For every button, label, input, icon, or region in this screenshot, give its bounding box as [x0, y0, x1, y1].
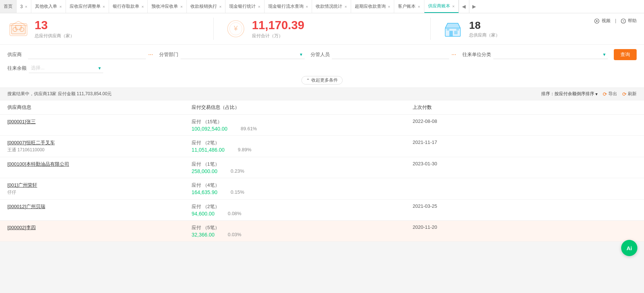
stat-label-amount: 应付合计（万）: [252, 33, 304, 39]
balance-chevron-icon: ▾: [98, 65, 101, 71]
nav-tab-3-label: 3: [20, 4, 23, 9]
stat-label-suppliers: 总应付供应商（家）: [35, 33, 74, 39]
divider-link: ｜: [613, 18, 618, 24]
supplier-link[interactable]: [000100]本特勤油品有限公司: [7, 161, 69, 167]
supplier-cell: [000002]李四: [7, 224, 192, 231]
payable-count: 应付 （5笔）: [192, 224, 220, 231]
stat-number-suppliers: 13: [35, 18, 74, 32]
supplier-dots-icon[interactable]: ···: [148, 51, 153, 58]
stat-text-amount: 11,170.39 应付合计（万）: [252, 18, 304, 39]
payable-count: 应付 （15笔）: [192, 118, 222, 125]
search-field-dept: 分管部门 ▾: [159, 50, 305, 59]
search-row-2: 往来余额 选择... ▾: [7, 63, 637, 73]
nav-tab-bank-deposit[interactable]: 银行存取款单 ×: [109, 0, 148, 13]
dept-chevron-icon: ▾: [300, 52, 302, 57]
stat-number-total: 18: [469, 20, 500, 31]
table-body: [000001]张三 应付 （15笔） 100,092,540.00 89.61…: [0, 115, 644, 242]
payable-amount: 164,635.90: [192, 189, 217, 195]
supplier-link[interactable]: [000001]张三: [7, 119, 36, 124]
svg-text:¥: ¥: [233, 24, 238, 32]
svg-rect-10: [454, 31, 458, 34]
nav-tab-prepay-ar-label: 预收冲应收单: [151, 3, 178, 10]
last-pay: 2020-11-20: [413, 224, 637, 230]
nav-tab-receipt-stat[interactable]: 收款情况统计 ×: [312, 0, 351, 13]
nav-tab-receipt-exec-close[interactable]: ×: [219, 4, 221, 9]
dept-select[interactable]: ▾: [181, 50, 305, 59]
nav-tab-receipt-exec[interactable]: 收款核销执行 ×: [187, 0, 225, 13]
nav-tab-receipt-stat-close[interactable]: ×: [344, 4, 347, 9]
search-area: 供应商 ··· 分管部门 ▾ 分管人员 ··· 往来单位分类 ▾ 查询: [0, 45, 644, 88]
nav-tab-bank-deposit-label: 银行存取款单: [113, 3, 139, 10]
nav-tab-cash-bank-flow-close[interactable]: ×: [306, 4, 308, 9]
dept-label: 分管部门: [159, 51, 178, 58]
nav-tab-other-income[interactable]: 其他收入单 ×: [31, 0, 66, 13]
nav-tab-home-label: 首页: [4, 3, 13, 10]
table-area: 供应商信息 应付交易信息（占比） 上次付数 [000001]张三 应付 （15笔…: [0, 100, 644, 242]
query-button[interactable]: 查询: [614, 49, 637, 60]
supplier-link[interactable]: [000012]广州贝瑞: [7, 204, 45, 209]
nav-tab-overdue-ar-close[interactable]: ×: [388, 4, 390, 9]
nav-arrow-right[interactable]: ▶: [469, 0, 479, 13]
nav-tab-supplier-book-close[interactable]: ×: [452, 4, 455, 8]
nav-tab-cash-bank-stat[interactable]: 现金银行统计 ×: [225, 0, 264, 13]
stat-label-total: 总供应商（家）: [469, 32, 500, 38]
video-link[interactable]: 视频: [594, 18, 610, 24]
category-select[interactable]: ▾: [493, 50, 608, 59]
nav-tab-supplier-book-label: 供应商账本: [428, 3, 450, 9]
collapse-button[interactable]: ⌃ 收起更多条件: [301, 76, 343, 85]
export-button[interactable]: ⟳ 导出: [603, 91, 617, 97]
nav-tab-customer-book-close[interactable]: ×: [418, 4, 420, 9]
sort-label: 排序：按应付余额倒序排序: [541, 91, 594, 97]
person-dots-icon[interactable]: ···: [451, 51, 456, 58]
header-links: 视频 ｜ ? 帮助: [594, 18, 637, 24]
result-summary: 搜索结果中，供应商13家 应付金额 111,703,854.00元: [7, 91, 112, 97]
nav-tab-prepay-ar[interactable]: 预收冲应收单 ×: [148, 0, 186, 13]
payable-pct: 89.61%: [241, 126, 257, 131]
nav-tab-cash-bank-flow[interactable]: 现金银行流水查询 ×: [265, 0, 312, 13]
nav-tab-cash-bank-stat-close[interactable]: ×: [258, 4, 260, 9]
refresh-button[interactable]: ⟳ 刷新: [622, 91, 637, 97]
payable-row: 164,635.90 0.15%: [192, 189, 244, 195]
payable-count: 应付 （4笔）: [192, 182, 220, 189]
table-row: [000012]广州贝瑞 应付 （2笔） 94,600.00 0.08% 202…: [0, 200, 644, 221]
nav-arrow-left[interactable]: ◀: [459, 0, 469, 13]
nav-tab-ar-ap-adjust[interactable]: 应收应付调整单 ×: [66, 0, 109, 13]
nav-tab-other-income-close[interactable]: ×: [59, 4, 62, 9]
search-field-person: 分管人员 ···: [311, 50, 456, 59]
help-link[interactable]: ? 帮助: [621, 18, 637, 24]
collapse-chevron-icon: ⌃: [306, 78, 310, 83]
supplier-link[interactable]: [001]广州荣轩: [7, 182, 37, 188]
nav-tab-3-close[interactable]: ×: [25, 4, 27, 9]
balance-select[interactable]: 选择... ▾: [29, 63, 103, 73]
payable-pct: 0.15%: [231, 189, 244, 195]
nav-tab-overdue-ar[interactable]: 超期应收款查询 ×: [351, 0, 394, 13]
payable-cell: 应付 （2笔） 94,600.00 0.08%: [192, 203, 413, 217]
nav-tab-other-income-label: 其他收入单: [35, 3, 57, 10]
last-pay: 2022-08-08: [413, 118, 637, 124]
nav-tab-3[interactable]: 3 ×: [17, 0, 31, 13]
nav-tab-ar-ap-adjust-close[interactable]: ×: [103, 4, 105, 9]
search-field-balance: 往来余额 选择... ▾: [7, 63, 103, 73]
sort-button[interactable]: 排序：按应付余额倒序排序 ▾: [541, 91, 598, 97]
collapse-row: ⌃ 收起更多条件: [7, 76, 637, 85]
payable-pct: 0.03%: [228, 232, 241, 237]
nav-tab-bank-deposit-close[interactable]: ×: [141, 4, 144, 9]
nav-tab-supplier-book[interactable]: 供应商账本 ×: [424, 0, 459, 13]
nav-tab-receipt-stat-label: 收款情况统计: [316, 3, 342, 10]
table-row: [000007]恒旺二手叉车 王通 17106110000 应付 （2笔） 11…: [0, 136, 644, 157]
nav-tab-home[interactable]: 首页: [0, 0, 17, 13]
supplier-input[interactable]: [28, 50, 146, 59]
person-input[interactable]: [332, 50, 449, 59]
supplier-cell: [000100]本特勤油品有限公司: [7, 161, 192, 168]
table-header: 供应商信息 应付交易信息（占比） 上次付数: [0, 100, 644, 115]
store-icon: [442, 18, 464, 40]
col-header-supplier: 供应商信息: [7, 104, 192, 111]
table-row: [000100]本特勤油品有限公司 应付 （1笔） 258,000.00 0.2…: [0, 157, 644, 178]
payable-row: 258,000.00 0.23%: [192, 168, 244, 174]
nav-tab-prepay-ar-close[interactable]: ×: [180, 4, 182, 9]
supplier-link[interactable]: [000002]李四: [7, 225, 36, 230]
nav-tab-customer-book[interactable]: 客户账本 ×: [394, 0, 424, 13]
supplier-label: 供应商: [7, 51, 26, 58]
payable-cell: 应付 （2笔） 11,051,486.00 9.89%: [192, 139, 413, 153]
supplier-link[interactable]: [000007]恒旺二手叉车: [7, 140, 55, 145]
